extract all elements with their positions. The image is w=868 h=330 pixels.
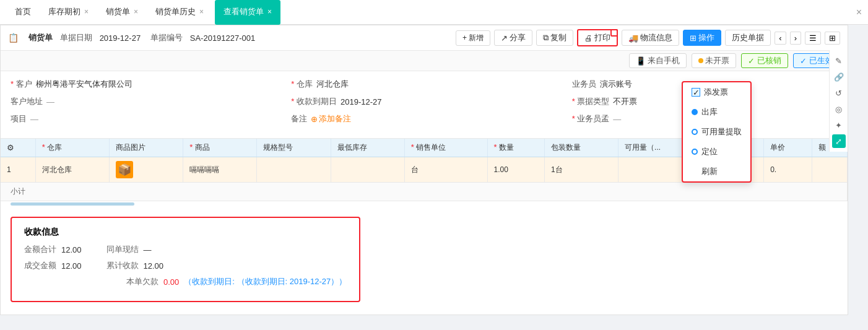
th-product: * 商品 [183, 139, 257, 157]
ticket-value: 不开票 [613, 96, 637, 107]
same-order-field: 同单现结 — [106, 244, 152, 255]
payment-title: 收款信息 [24, 227, 347, 238]
tab-inventory-init-close[interactable]: × [84, 7, 89, 16]
dropdown-available-qty[interactable]: 可用量提取 [683, 122, 750, 142]
transaction-field: 成交金额 12.00 [24, 260, 82, 271]
grid-icon: ⊞ [690, 33, 697, 43]
logistics-button[interactable]: 🚚 物流信息 [622, 30, 679, 46]
toolbar2: 📱 来自手机 未开票 ✓ 已核销 ✓ 已生效 [1, 51, 848, 71]
not-open-ticket-button[interactable]: 未开票 [692, 53, 736, 68]
tab-home[interactable]: 首页 [6, 0, 40, 25]
required-star: * [42, 142, 45, 152]
payment-row-1: 金额合计 12.00 同单现结 — [24, 244, 347, 255]
tab-sales-order[interactable]: 销货单 × [97, 0, 147, 25]
settings-icon[interactable]: ⚙ [7, 143, 14, 152]
total-field: 金额合计 12.00 [24, 244, 82, 255]
balance-field: 本单欠款 0.00 （收款到期日: （收款到期日: 2019-12-27）） [24, 276, 347, 287]
project-label: 项目 [11, 113, 27, 124]
right-edit-icon[interactable]: ✎ [832, 54, 846, 67]
plus-icon: ⊕ [311, 115, 318, 124]
operations-button[interactable]: ⊞ 操作 [683, 30, 721, 46]
required-star2: * [189, 142, 193, 152]
radio-icon-selected [692, 109, 698, 115]
dropdown-locate[interactable]: 定位 [683, 142, 750, 162]
tab-sales-history-close[interactable]: × [199, 7, 204, 16]
td-warehouse: 河北仓库 [35, 157, 109, 183]
address-label: 客户地址 [11, 96, 43, 107]
radio-icon-1 [692, 129, 698, 135]
warehouse-value: 河北仓库 [316, 79, 349, 90]
dropdown-out-warehouse[interactable]: 出库 [683, 102, 750, 122]
main-content: 📋 销货单 单据日期 2019-12-27 单据编号 SA-20191227-0… [0, 25, 848, 315]
balance-value: 0.00 [163, 277, 179, 287]
th-quantity: * 数量 [487, 139, 544, 157]
tab-sales-history[interactable]: 销货单历史 × [147, 0, 212, 25]
address-value: — [46, 97, 54, 106]
th-unit-price: 单价 [764, 139, 812, 157]
th-image: 商品图片 [109, 139, 183, 157]
copy-button[interactable]: ⧉ 复制 [536, 30, 573, 46]
total-label: 金额合计 [24, 244, 56, 255]
close-all-button[interactable]: × [856, 7, 862, 18]
check-icon: ✓ [748, 56, 755, 66]
right-refresh-icon[interactable]: ↺ [832, 86, 846, 100]
doc-meta: 单据日期 2019-12-27 单据编号 SA-20191227-001 [60, 32, 255, 43]
right-star-icon[interactable]: ✦ [832, 118, 846, 132]
tab-view-sales-order-close[interactable]: × [267, 7, 272, 16]
salesperson-value: — [613, 115, 621, 124]
right-link-icon[interactable]: 🔗 [832, 70, 846, 84]
subtotal-label: 小计 [1, 183, 848, 201]
list-view-button[interactable]: ☰ [805, 32, 821, 45]
same-order-label: 同单现结 [106, 244, 139, 255]
project-field: 项目 — [11, 113, 276, 124]
td-image: 📦 [109, 157, 183, 183]
th-pack-qty: 包装数量 [544, 139, 618, 157]
grid-view-button[interactable]: ⊞ [825, 32, 840, 45]
confirmed-badge: ✓ 已核销 [741, 53, 788, 68]
dropdown-refresh[interactable]: 刷新 [683, 162, 750, 181]
th-warehouse: * 仓库 [35, 139, 109, 157]
right-user-icon[interactable]: ◎ [832, 102, 846, 116]
print-icon: 🖨 [584, 33, 592, 43]
tab-inventory-init[interactable]: 库存期初 × [40, 0, 97, 25]
td-spec [257, 157, 331, 183]
from-phone-button[interactable]: 📱 来自手机 [629, 53, 687, 68]
project-value: — [30, 115, 38, 124]
cumulative-value: 12.00 [144, 261, 164, 271]
next-button[interactable]: › [790, 32, 801, 45]
td-amount [812, 157, 847, 183]
share-icon: ↗ [501, 33, 508, 43]
cumulative-field: 累计收款 12.00 [106, 260, 164, 271]
dropdown-add-invoice[interactable]: ✓ 添发票 [683, 82, 750, 102]
payment-row-2: 成交金额 12.00 累计收款 12.00 [24, 260, 347, 271]
warehouse-field: 仓库 河北仓库 [291, 79, 557, 90]
prev-button[interactable]: ‹ [775, 32, 786, 45]
check-circle-icon: ✓ [800, 56, 807, 66]
share-button[interactable]: ↗ 分享 [494, 30, 532, 46]
tab-view-sales-order[interactable]: 查看销货单 × [215, 0, 280, 25]
warehouse-label: 仓库 [291, 79, 313, 90]
cumulative-label: 累计收款 [106, 260, 139, 271]
td-row-num: 1 [1, 157, 35, 183]
add-note-button[interactable]: ⊕ 添加备注 [311, 113, 351, 124]
history-button[interactable]: 历史单据 [725, 30, 771, 46]
product-image: 📦 [116, 161, 133, 178]
operations-dropdown: ✓ 添发票 出库 可用量提取 定位 刷新 [682, 81, 752, 183]
transaction-label: 成交金额 [24, 260, 56, 271]
new-button[interactable]: + 新增 [456, 30, 490, 46]
td-unit: 台 [404, 157, 487, 183]
td-quantity: 1.00 [487, 157, 544, 183]
scroll-indicator [11, 202, 134, 206]
payment-row-3: 本单欠款 0.00 （收款到期日: （收款到期日: 2019-12-27）） [24, 276, 347, 287]
right-expand-icon[interactable]: ⤢ [832, 134, 846, 148]
print-button[interactable]: 🖨 打印 [577, 29, 618, 46]
tab-sales-order-close[interactable]: × [134, 7, 138, 16]
toolbar: 📋 销货单 单据日期 2019-12-27 单据编号 SA-20191227-0… [1, 25, 848, 51]
th-min-stock: 最低库存 [331, 139, 404, 157]
note-label: 备注 [291, 113, 307, 124]
payment-box: 收款信息 金额合计 12.00 同单现结 — 成交金额 12.00 [11, 217, 360, 302]
required-star4: * [494, 142, 497, 152]
due-date-value: 2019-12-27 [341, 97, 382, 106]
status-dot-orange [698, 58, 703, 63]
phone-icon: 📱 [636, 56, 646, 66]
